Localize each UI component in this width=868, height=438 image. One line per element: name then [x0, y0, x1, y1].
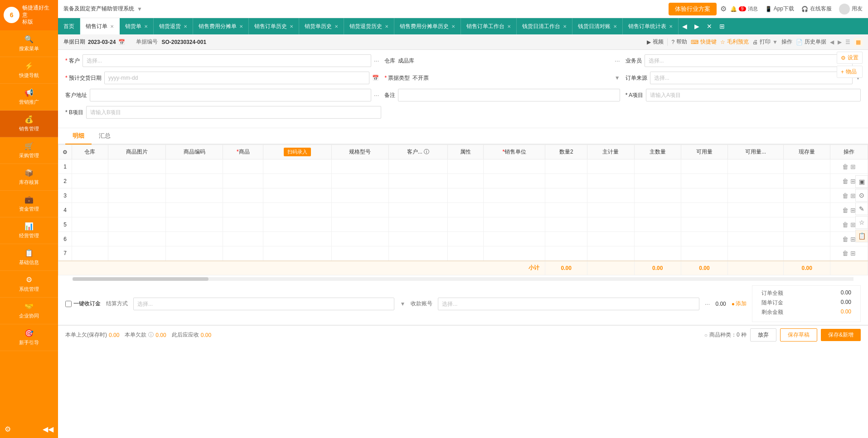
row-attributes[interactable] — [447, 232, 484, 246]
sidebar-item-enterprise[interactable]: 🤝 企业协同 — [0, 298, 58, 324]
row-attributes[interactable] — [447, 203, 484, 217]
row-code[interactable] — [165, 188, 223, 203]
row-main-qty[interactable] — [634, 174, 681, 188]
row-unit[interactable] — [484, 188, 545, 203]
row-code[interactable] — [165, 159, 223, 174]
row-product[interactable] — [223, 203, 263, 217]
nav-prev-btn[interactable]: ◀ — [830, 39, 834, 45]
row-main-qty[interactable] — [634, 232, 681, 246]
th-stock[interactable]: 现存量 — [784, 145, 830, 159]
info-icon[interactable]: ⓘ — [148, 331, 154, 339]
collapse-icon[interactable]: ◀◀ — [43, 425, 53, 433]
row-main-qty[interactable] — [634, 159, 681, 174]
row-warehouse[interactable] — [72, 232, 108, 246]
order-source-input[interactable] — [650, 72, 853, 84]
profit-btn[interactable]: ☆ 毛利预览 — [720, 38, 749, 46]
row-customer-code[interactable] — [389, 174, 447, 188]
settings-icon[interactable]: ⚙ — [720, 5, 727, 13]
th-customer-code[interactable]: 客户... ⓘ — [389, 145, 447, 159]
row-customer-code[interactable] — [389, 188, 447, 203]
row-product[interactable] — [223, 232, 263, 246]
row-main-qty[interactable] — [634, 203, 681, 217]
sidebar-item-guide[interactable]: 🎯 新手引导 — [0, 324, 58, 351]
tab-close-icon[interactable]: ✕ — [110, 24, 114, 29]
save-draft-btn[interactable]: 保存草稿 — [780, 328, 817, 342]
right-panel-btn-3[interactable]: ✎ — [855, 202, 868, 215]
settings-bottom-icon[interactable]: ⚙ — [5, 425, 11, 433]
row-unit[interactable] — [484, 246, 545, 261]
customer-input[interactable] — [82, 54, 371, 67]
tab-cash-workbench[interactable]: 钱货日清工作台 ✕ — [517, 18, 572, 34]
row-customer-code[interactable] — [389, 217, 447, 232]
row-spec[interactable] — [331, 188, 389, 203]
b-project-input[interactable] — [86, 106, 381, 119]
row-qty2[interactable] — [545, 174, 587, 188]
online-support-btn[interactable]: 🎧 在线客服 — [801, 5, 832, 13]
tab-sales-invoice[interactable]: 销货单 ✕ — [120, 18, 154, 34]
row-spec[interactable] — [331, 203, 389, 217]
tab-return-history[interactable]: 销货退货历史 ✕ — [344, 18, 394, 34]
sidebar-item-inventory[interactable]: 📦 库存核算 — [0, 164, 58, 191]
row-unit[interactable] — [484, 217, 545, 232]
th-settings[interactable]: ⚙ — [58, 145, 72, 159]
grid-view-btn[interactable]: ▦ — [854, 38, 863, 46]
payment-method-input[interactable] — [133, 298, 394, 310]
calendar-icon[interactable]: 📅 — [118, 39, 125, 45]
delete-row-btn[interactable]: 🗑 — [842, 236, 849, 243]
row-attributes[interactable] — [447, 217, 484, 232]
th-spec[interactable]: 规格型号 — [331, 145, 389, 159]
th-unit[interactable]: *销售单位 — [484, 145, 545, 159]
chevron-down-icon[interactable]: ▼ — [615, 75, 620, 81]
delete-row-btn[interactable]: 🗑 — [842, 192, 849, 199]
row-attributes[interactable] — [447, 188, 484, 203]
tab-sales-expense[interactable]: 销售费用分摊单 ✕ — [193, 18, 249, 34]
nav-next-btn[interactable]: ▶ — [838, 39, 842, 45]
calendar-icon[interactable]: 📅 — [372, 75, 379, 81]
tab-close-icon[interactable]: ✕ — [563, 24, 567, 29]
chevron-down-icon[interactable]: ▼ — [137, 6, 142, 12]
row-qty2[interactable] — [545, 203, 587, 217]
row-warehouse[interactable] — [72, 246, 108, 261]
add-goods-btn[interactable]: + 物品 — [837, 66, 863, 78]
row-customer-code[interactable] — [389, 203, 447, 217]
tab-close-icon[interactable]: ✕ — [290, 24, 293, 29]
tab-close-icon[interactable]: ✕ — [451, 24, 455, 29]
row-unit[interactable] — [484, 232, 545, 246]
horizontal-scrollbar[interactable] — [58, 275, 868, 283]
row-qty2[interactable] — [545, 188, 587, 203]
row-unit[interactable] — [484, 174, 545, 188]
row-warehouse[interactable] — [72, 159, 108, 174]
row-main-qty[interactable] — [634, 217, 681, 232]
th-product[interactable]: *商品 — [223, 145, 263, 159]
sidebar-item-system[interactable]: ⚙ 系统管理 — [0, 271, 58, 298]
row-qty2[interactable] — [545, 159, 587, 174]
tab-home[interactable]: 首页 — [58, 18, 80, 34]
one-click-input[interactable] — [65, 301, 72, 307]
sidebar-item-basic[interactable]: 📋 基础信息 — [0, 244, 58, 271]
one-click-checkbox[interactable]: 一键收订金 — [65, 300, 101, 308]
tab-close-icon[interactable]: ✕ — [669, 24, 673, 29]
tab-close-icon[interactable]: ✕ — [184, 24, 187, 29]
address-input[interactable] — [90, 89, 371, 101]
th-available[interactable]: 可用量 — [681, 145, 727, 159]
th-attributes[interactable]: 属性 — [447, 145, 484, 159]
payment-dropdown-icon[interactable]: ▼ — [400, 301, 405, 307]
print-btn[interactable]: 🖨 打印 ▼ — [752, 38, 778, 46]
settings-btn[interactable]: ⚙ 设置 — [837, 52, 863, 64]
delete-row-btn[interactable]: 🗑 — [842, 178, 849, 185]
tab-stats[interactable]: 销售订单统计表 ✕ — [623, 18, 679, 34]
tab-reconcile[interactable]: 钱货日清对账 ✕ — [572, 18, 623, 34]
th-main-qty[interactable]: 主数量 — [634, 145, 681, 159]
th-main-unit[interactable]: 主计量 — [587, 145, 634, 159]
list-view-btn[interactable]: ☰ — [845, 39, 850, 45]
tab-close-icon[interactable]: ✕ — [385, 24, 388, 29]
add-payment-btn[interactable]: ● 添加 — [732, 300, 747, 308]
a-project-input[interactable] — [646, 89, 861, 101]
sidebar-item-purchase[interactable]: 🛒 采购管理 — [0, 137, 58, 164]
staff-input[interactable] — [645, 54, 853, 67]
row-code[interactable] — [165, 232, 223, 246]
tab-invoice-history[interactable]: 销货单历史 ✕ — [299, 18, 344, 34]
copy-row-btn[interactable]: ⊞ — [850, 250, 856, 257]
row-spec[interactable] — [331, 174, 389, 188]
address-ellipsis[interactable]: ··· — [374, 91, 379, 99]
